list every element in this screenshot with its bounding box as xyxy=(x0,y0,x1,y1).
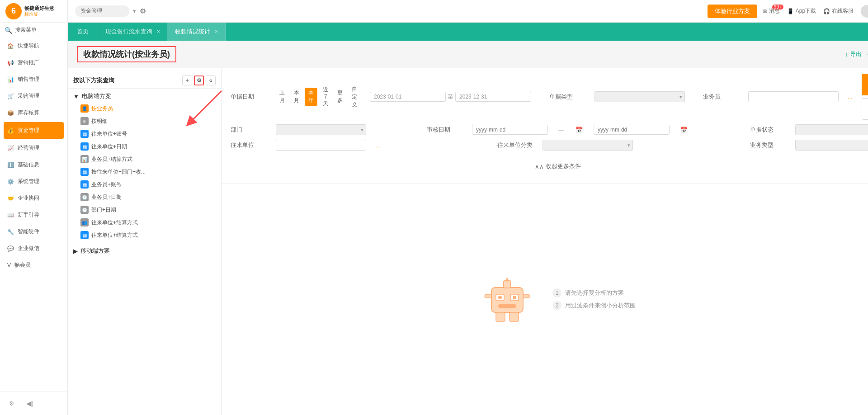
schema-item-partner-dept[interactable]: ▦ 按往来单位+部门+收... xyxy=(68,165,221,178)
partner-category-select[interactable] xyxy=(542,140,633,151)
schema-item-partner-account[interactable]: ▦ 往来单位+账号 xyxy=(68,127,221,140)
mobile-expand-icon: ▶ xyxy=(73,248,78,255)
tab-home[interactable]: 首页 xyxy=(68,23,98,41)
partner-dept-icon: ▦ xyxy=(80,168,89,176)
svg-rect-8 xyxy=(504,281,511,288)
collapse-panel-button[interactable]: « xyxy=(206,75,216,85)
review-date-start[interactable] xyxy=(472,125,548,135)
topbar: 资金管理 ▾ ⚙ 体验行业方案 ✉ 消息 99+ 📱 App下载 🎧 在线客服 … xyxy=(68,0,868,23)
app-download-button[interactable]: 📱 App下载 xyxy=(787,7,816,15)
page-actions: ↑ 导出 ↺ 刷新 xyxy=(845,50,868,58)
settings-topbar-icon[interactable]: ⚙ xyxy=(140,7,146,15)
date-end-input[interactable] xyxy=(455,92,531,102)
sidebar-bottom: ⚙ ◀‖ xyxy=(0,391,67,415)
close-bank-flow-tab-icon[interactable]: × xyxy=(157,28,160,35)
schema-item-partner-date[interactable]: ▦ 往来单位+日期 xyxy=(68,140,221,153)
filter-row-date: 单据日期 上月 本月 本年 近7天 更多 自定义 至 xyxy=(231,74,868,120)
voucher-type-label: 单据类型 xyxy=(549,93,585,101)
logo-icon: 6 xyxy=(5,3,22,19)
sidebar-item-marketing[interactable]: 📢 营销推广 xyxy=(0,54,67,71)
schema-item-salesman-date[interactable]: 🕐 业务员+日期 xyxy=(68,191,221,203)
sidebar-item-purchase[interactable]: 🛒 采购管理 xyxy=(0,88,67,104)
voucher-type-select[interactable] xyxy=(594,91,685,102)
add-schema-button[interactable]: + xyxy=(182,75,192,85)
date-btn-last-month[interactable]: 上月 xyxy=(276,88,288,106)
schema-item-partner-settlement2[interactable]: ▦ 往来单位+结算方式 xyxy=(68,229,221,241)
sidebar-item-inventory[interactable]: 📦 库存核算 xyxy=(0,104,67,121)
sidebar-item-guide[interactable]: 📖 新手引导 xyxy=(0,207,67,223)
tip-item-1: 1 请先选择要分析的方案 xyxy=(552,288,636,297)
business-type-select-wrapper xyxy=(795,140,868,151)
sidebar-item-member[interactable]: V 畅会员 xyxy=(0,257,67,274)
main-content: 资金管理 ▾ ⚙ 体验行业方案 ✉ 消息 99+ 📱 App下载 🎧 在线客服 … xyxy=(68,0,868,415)
sidebar-item-hardware[interactable]: 🔧 智能硬件 xyxy=(0,223,67,240)
schema-setting-button[interactable]: ⚙ xyxy=(194,75,204,85)
collapse-more-btn[interactable]: ∧∧ 收起更多条件 xyxy=(535,162,581,170)
salesman-settlement-icon: 📊 xyxy=(80,155,89,163)
dept-select[interactable] xyxy=(276,124,366,135)
svg-rect-9 xyxy=(506,278,508,282)
partner-settlement2-icon: ▦ xyxy=(80,231,89,239)
settings-button[interactable]: ⚙ xyxy=(5,396,19,410)
marketing-icon: 📢 xyxy=(7,60,14,66)
tab-collection-stat[interactable]: 收款情况统计 × xyxy=(168,23,226,41)
business-type-label: 业务类型 xyxy=(750,141,786,149)
sidebar-item-operations[interactable]: 📈 经营管理 xyxy=(0,140,67,156)
schema-item-partner-settlement1[interactable]: 👥 往来单位+结算方式 xyxy=(68,216,221,229)
salesman-label: 业务员 xyxy=(703,93,739,101)
sidebar-item-sales[interactable]: 📊 销售管理 xyxy=(0,71,67,88)
guide-icon: 📖 xyxy=(7,212,14,218)
date-btn-custom[interactable]: 自定义 xyxy=(348,84,361,110)
enterprise-icon: 🤝 xyxy=(7,195,14,202)
desktop-group-header[interactable]: ▼ 电脑端方案 xyxy=(68,90,221,102)
partner-more-btn[interactable]: ... xyxy=(375,142,380,149)
schema-item-by-salesman[interactable]: 👤 按业务员 xyxy=(68,102,221,115)
date-btn-more[interactable]: 更多 xyxy=(334,88,346,106)
review-date-end[interactable] xyxy=(594,125,670,135)
message-badge: 99+ xyxy=(772,5,783,9)
partner-category-select-wrapper xyxy=(542,140,633,151)
date-start-input[interactable] xyxy=(370,92,446,102)
tip-item-2: 2 用过滤条件来缩小分析范围 xyxy=(552,301,636,310)
sidebar-item-wechat[interactable]: 💬 企业微信 xyxy=(0,240,67,257)
message-button[interactable]: ✉ 消息 99+ xyxy=(763,7,780,15)
trial-button[interactable]: 体验行业方案 xyxy=(708,5,757,18)
schema-item-salesman-settlement[interactable]: 📊 业务员+结算方式 xyxy=(68,153,221,165)
sidebar-item-basic[interactable]: ℹ️ 基础信息 xyxy=(0,156,67,173)
expand-icon: ▼ xyxy=(73,93,79,100)
date-btn-this-month[interactable]: 本月 xyxy=(290,88,303,106)
empty-state-container: 1 请先选择要分析的方案 2 用过滤条件来缩小分析范围 xyxy=(480,272,636,327)
sidebar-item-finance[interactable]: 💰 资金管理 xyxy=(4,122,64,139)
message-icon: ✉ xyxy=(763,8,767,14)
mobile-group-header[interactable]: ▶ 移动端方案 xyxy=(68,245,221,257)
sidebar-item-quick-nav[interactable]: 🏠 快捷导航 xyxy=(0,38,67,54)
query-button[interactable]: 查询 xyxy=(862,74,868,95)
sidebar-nav: 📢 营销推广 📊 销售管理 🛒 采购管理 📦 库存核算 💰 资金管理 📈 经营管… xyxy=(0,54,67,391)
content-area: 按以下方案查询 + ⚙ « ▼ 电脑端方案 👤 按业务员 ≡ 按 xyxy=(68,68,868,415)
date-btn-this-year[interactable]: 本年 xyxy=(305,88,317,106)
breadcrumb-input[interactable]: 资金管理 xyxy=(75,5,129,17)
schema-item-by-detail[interactable]: ≡ 按明细 xyxy=(68,115,221,127)
search-menu[interactable]: 🔍 搜索菜单 xyxy=(0,23,67,38)
filter-setting-button[interactable]: 设置 xyxy=(862,98,868,120)
business-type-select[interactable] xyxy=(795,140,868,151)
schema-item-dept-date[interactable]: 🕐 部门+日期 xyxy=(68,203,221,216)
desktop-schema-group: ▼ 电脑端方案 👤 按业务员 ≡ 按明细 ▦ 往来单位+账号 ▦ 往来单位 xyxy=(68,89,221,243)
salesman-more-btn[interactable]: ... xyxy=(848,94,853,100)
export-button[interactable]: ↑ 导出 xyxy=(845,50,862,58)
voucher-status-select[interactable] xyxy=(795,124,868,135)
partner-input[interactable] xyxy=(276,140,366,151)
collapse-sidebar-button[interactable]: ◀‖ xyxy=(23,396,37,410)
salesman-input[interactable] xyxy=(748,91,839,102)
sidebar-item-system[interactable]: ⚙️ 系统管理 xyxy=(0,173,67,190)
online-service-button[interactable]: 🎧 在线客服 xyxy=(823,7,854,15)
date-btn-7days[interactable]: 近7天 xyxy=(319,85,332,109)
schema-item-salesman-account[interactable]: ▦ 业务员+账号 xyxy=(68,178,221,191)
user-avatar[interactable] xyxy=(861,5,868,18)
tab-bank-flow[interactable]: 现金银行流水查询 × xyxy=(98,23,168,41)
logo-area: 6 畅捷通好生意 标准版 xyxy=(0,0,67,23)
close-collection-stat-tab-icon[interactable]: × xyxy=(215,28,218,35)
salesman-account-icon: ▦ xyxy=(80,180,89,189)
sidebar-item-enterprise[interactable]: 🤝 企业协同 xyxy=(0,190,67,207)
tip-num-2: 2 xyxy=(552,301,561,310)
